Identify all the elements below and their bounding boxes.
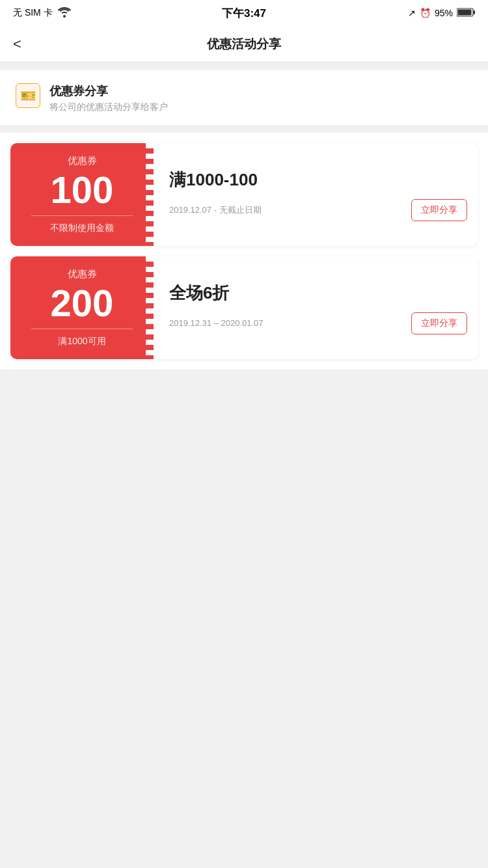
status-left: 无 SIM 卡 (13, 7, 71, 20)
coupon-condition-1: 不限制使用金额 (50, 223, 114, 234)
coupon-tag-2: 优惠券 (68, 268, 97, 280)
section-icon: 🎫 (16, 83, 40, 108)
coupon-divider-1 (31, 215, 133, 216)
coupon-left-2: 优惠券 200 满1000可用 (10, 256, 154, 359)
battery-icon (457, 8, 475, 19)
share-button-2[interactable]: 立即分享 (411, 312, 467, 334)
section-subtitle: 将公司的优惠活动分享给客户 (49, 102, 168, 113)
section-title: 优惠券分享 (49, 83, 168, 99)
coupon-date-1: 2019.12.07 - 无截止日期 (169, 204, 406, 216)
coupon-list: 优惠券 100 不限制使用金额 满1000-100 2019.12.07 - 无… (0, 133, 488, 370)
coupon-card-2: 优惠券 200 满1000可用 全场6折 2019.12.31 – 2020.0… (10, 256, 478, 359)
wifi-icon (58, 7, 71, 20)
coupon-name-2: 全场6折 (169, 282, 467, 305)
nav-bar: < 优惠活动分享 (0, 26, 488, 62)
coupon-condition-2: 满1000可用 (58, 336, 105, 347)
alarm-icon: ⏰ (420, 8, 431, 18)
coupon-left-1: 优惠券 100 不限制使用金额 (10, 143, 154, 246)
coupon-meta-1: 2019.12.07 - 无截止日期 立即分享 (169, 199, 467, 221)
page-title: 优惠活动分享 (207, 36, 281, 53)
coupon-name-1: 满1000-100 (169, 169, 467, 191)
status-time: 下午3:47 (222, 6, 266, 21)
bottom-area (0, 370, 488, 695)
coupon-amount-1: 100 (51, 171, 114, 209)
section-text: 优惠券分享 将公司的优惠活动分享给客户 (49, 83, 168, 113)
section-header: 🎫 优惠券分享 将公司的优惠活动分享给客户 (0, 70, 488, 125)
status-bar: 无 SIM 卡 下午3:47 ↗ ⏰ 95% (0, 0, 488, 26)
coupon-right-2: 全场6折 2019.12.31 – 2020.01.07 立即分享 (154, 256, 478, 359)
carrier-text: 无 SIM 卡 (13, 7, 53, 19)
coupon-date-2: 2019.12.31 – 2020.01.07 (169, 318, 406, 328)
coupon-meta-2: 2019.12.31 – 2020.01.07 立即分享 (169, 312, 467, 334)
location-icon: ↗ (408, 8, 416, 18)
status-right: ↗ ⏰ 95% (408, 8, 475, 19)
coupon-tag-1: 优惠券 (68, 155, 97, 167)
back-button[interactable]: < (13, 36, 21, 53)
coupon-card-1: 优惠券 100 不限制使用金额 满1000-100 2019.12.07 - 无… (10, 143, 478, 246)
svg-rect-1 (474, 10, 476, 14)
coupon-amount-2: 200 (51, 284, 114, 322)
svg-rect-2 (458, 9, 472, 15)
coupon-right-1: 满1000-100 2019.12.07 - 无截止日期 立即分享 (154, 143, 478, 246)
coupon-divider-2 (31, 329, 133, 329)
share-button-1[interactable]: 立即分享 (411, 199, 467, 221)
battery-text: 95% (435, 8, 453, 18)
